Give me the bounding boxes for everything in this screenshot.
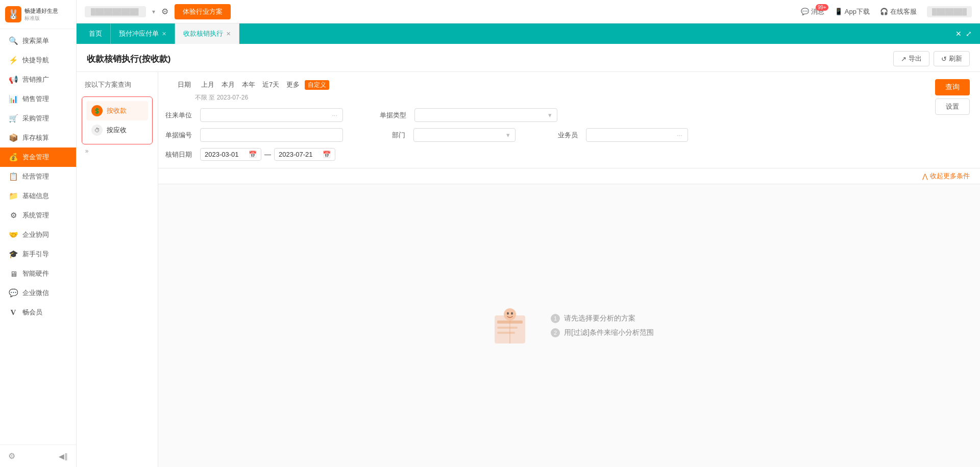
doc-type-select[interactable]: ▾ <box>414 108 557 122</box>
logo-icon: 🐰 <box>5 6 21 22</box>
sidebar-item-management[interactable]: 📋 经营管理 <box>0 167 76 186</box>
online-service-button[interactable]: 🎧 在线客服 <box>880 7 917 16</box>
tab-writeoff[interactable]: 收款核销执行 ✕ <box>175 23 239 44</box>
department-chevron-icon: ▾ <box>506 131 510 139</box>
query-button[interactable]: 查询 <box>935 79 970 95</box>
sidebar-item-basic[interactable]: 📁 基础信息 <box>0 186 76 206</box>
date-quick-options: 上月 本月 本年 近7天 更多 自定义 <box>199 79 329 90</box>
page-title: 收款核销执行(按收款) <box>87 53 170 65</box>
app-logo: 🐰 畅捷通好生意 标准版 <box>0 0 76 29</box>
filter-by-receivable[interactable]: ⏱ 按应收 <box>86 120 148 140</box>
topbar: ███████████ ▾ ⚙ 体验行业方案 💬 消息 99+ 📱 App下载 … <box>77 0 980 23</box>
wechat-icon: 💬 <box>8 288 18 298</box>
settings-icon[interactable]: ⚙ <box>8 451 15 461</box>
tab-prepay[interactable]: 预付冲应付单 ✕ <box>111 23 175 44</box>
date-btn-last-month[interactable]: 上月 <box>199 79 216 90</box>
filter-receipt-label: 按收款 <box>107 106 127 115</box>
salesperson-select[interactable]: ··· <box>586 128 688 142</box>
sidebar-item-collab[interactable]: 🤝 企业协同 <box>0 225 76 244</box>
tab-writeoff-close-icon[interactable]: ✕ <box>226 31 231 37</box>
page-header: 收款核销执行(按收款) ↗ 导出 ↺ 刷新 <box>77 44 980 72</box>
department-select[interactable]: ▾ <box>413 128 516 142</box>
sidebar-item-finance[interactable]: 💰 资金管理 <box>0 148 76 167</box>
writeoff-start-date[interactable]: 2023-03-01 📅 <box>200 148 261 161</box>
tab-prepay-label: 预付冲应付单 <box>119 29 159 38</box>
date-btn-custom[interactable]: 自定义 <box>305 80 329 90</box>
refresh-icon: ↺ <box>941 55 947 63</box>
sidebar: 🐰 畅捷通好生意 标准版 🔍 搜索菜单 ⚡ 快捷导航 📢 营销推广 📊 销售管理… <box>0 0 77 467</box>
date-btn-this-year[interactable]: 本年 <box>240 79 257 90</box>
brand-name: ███████████ <box>85 6 146 17</box>
purchase-icon: 🛒 <box>8 114 18 123</box>
sidebar-item-search[interactable]: 🔍 搜索菜单 <box>0 31 76 51</box>
sidebar-item-marketing[interactable]: 📢 营销推广 <box>0 70 76 89</box>
calendar-start-icon: 📅 <box>249 151 257 158</box>
user-account[interactable]: ████████ <box>927 6 972 17</box>
system-icon: ⚙ <box>8 211 18 220</box>
setting-button[interactable]: 设置 <box>935 99 970 115</box>
date-btn-this-month[interactable]: 本月 <box>219 79 237 90</box>
sidebar-label-collab: 企业协同 <box>22 230 49 239</box>
date-btn-more[interactable]: 更多 <box>284 79 302 90</box>
sidebar-item-system[interactable]: ⚙ 系统管理 <box>0 206 76 225</box>
online-service-label: 在线客服 <box>890 7 917 16</box>
tab-home-label: 首页 <box>89 29 102 38</box>
sidebar-nav: 🔍 搜索菜单 ⚡ 快捷导航 📢 营销推广 📊 销售管理 🛒 采购管理 📦 库存核… <box>0 29 76 445</box>
writeoff-date-range: 2023-03-01 📅 — 2023-07-21 📅 <box>200 148 335 161</box>
date-hint: 不限 至 2023-07-26 <box>195 93 248 102</box>
writeoff-end-date[interactable]: 2023-07-21 📅 <box>274 148 335 161</box>
date-label: 日期 <box>165 80 191 89</box>
message-badge: 99+ <box>816 4 828 11</box>
inventory-icon: 📦 <box>8 133 18 142</box>
svg-point-4 <box>504 308 516 321</box>
tab-bar-container: 首页 预付冲应付单 ✕ 收款核销执行 ✕ ✕ ⤢ <box>77 23 980 44</box>
date-btn-7days[interactable]: 近7天 <box>260 79 281 90</box>
main-area: ███████████ ▾ ⚙ 体验行业方案 💬 消息 99+ 📱 App下载 … <box>77 0 980 467</box>
app-download-button[interactable]: 📱 App下载 <box>835 7 870 16</box>
export-button[interactable]: ↗ 导出 <box>893 51 929 66</box>
shortcut-icon: ⚡ <box>8 56 18 65</box>
sidebar-item-inventory[interactable]: 📦 库存核算 <box>0 128 76 148</box>
sidebar-item-shortcut[interactable]: ⚡ 快捷导航 <box>0 51 76 70</box>
chevron-down-icon[interactable]: ▾ <box>152 8 155 15</box>
topbar-right: 💬 消息 99+ 📱 App下载 🎧 在线客服 ████████ <box>801 6 972 17</box>
app-download-label: App下载 <box>845 7 870 16</box>
sidebar-label-member: 畅会员 <box>22 308 42 317</box>
sidebar-label-purchase: 采购管理 <box>22 114 49 123</box>
tab-prepay-close-icon[interactable]: ✕ <box>162 31 166 37</box>
receipt-filter-icon: 💲 <box>91 105 103 116</box>
sidebar-item-sales[interactable]: 📊 销售管理 <box>0 89 76 109</box>
close-window-icon[interactable]: ✕ <box>955 30 962 38</box>
sidebar-label-shortcut: 快捷导航 <box>22 56 49 65</box>
sidebar-collapse-button[interactable]: » <box>82 148 92 155</box>
svg-point-5 <box>507 312 509 315</box>
salesperson-dots-icon: ··· <box>677 131 682 139</box>
collapse-sidebar-btn[interactable]: ◀‖ <box>59 452 68 460</box>
sidebar-item-member[interactable]: V 畅会员 <box>0 303 76 322</box>
collapse-conditions-label: 收起更多条件 <box>930 171 970 181</box>
sidebar-label-marketing: 营销推广 <box>22 75 49 84</box>
filter-sidebar-title: 按以下方案查询 <box>82 78 153 91</box>
gear-icon[interactable]: ⚙ <box>161 7 168 16</box>
sidebar-item-hardware[interactable]: 🖥 智能硬件 <box>0 264 76 283</box>
refresh-button[interactable]: ↺ 刷新 <box>934 51 970 66</box>
filter-sidebar: 按以下方案查询 💲 按收款 ⏱ 按应收 » <box>77 72 158 467</box>
sidebar-item-purchase[interactable]: 🛒 采购管理 <box>0 109 76 128</box>
maximize-window-icon[interactable]: ⤢ <box>966 30 972 38</box>
doc-number-input[interactable] <box>200 128 343 142</box>
sidebar-item-wechat[interactable]: 💬 企业微信 <box>0 283 76 303</box>
filter-by-receipt[interactable]: 💲 按收款 <box>86 101 148 120</box>
sidebar-item-guide[interactable]: 🎓 新手引导 <box>0 244 76 264</box>
empty-tip-2: 2 用[过滤]条件来缩小分析范围 <box>551 328 654 337</box>
finance-icon: 💰 <box>8 153 18 162</box>
marketing-icon: 📢 <box>8 75 18 84</box>
member-icon: V <box>8 308 18 317</box>
industry-solution-button[interactable]: 体验行业方案 <box>175 4 231 19</box>
collapse-conditions-bar[interactable]: ⋀ 收起更多条件 <box>158 168 980 184</box>
counterpart-select[interactable]: ··· <box>200 108 343 122</box>
sidebar-label-guide: 新手引导 <box>22 250 49 259</box>
doc-type-chevron-icon: ▾ <box>548 111 552 119</box>
message-button[interactable]: 💬 消息 99+ <box>801 7 824 16</box>
content-area: 按以下方案查询 💲 按收款 ⏱ 按应收 » <box>77 72 980 467</box>
tab-home[interactable]: 首页 <box>81 23 111 44</box>
